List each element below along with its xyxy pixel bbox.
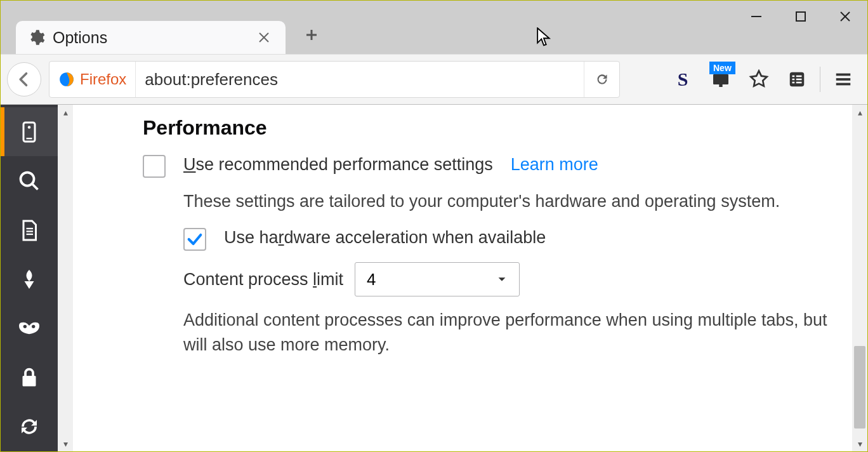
sidebar-applications[interactable] (1, 255, 58, 303)
extension-s-icon[interactable]: S (667, 64, 698, 95)
tab-title: Options (53, 29, 254, 47)
svg-rect-15 (796, 79, 802, 81)
chevron-down-icon (496, 274, 508, 285)
recommended-description: These settings are tailored to your comp… (183, 189, 842, 214)
hardware-accel-checkbox[interactable] (183, 228, 206, 251)
use-recommended-label: Use recommended performance settings (183, 155, 493, 175)
extension-presenter-icon[interactable]: New (706, 64, 736, 95)
process-limit-select[interactable]: 4 (355, 262, 520, 296)
preferences-sidebar (1, 105, 58, 451)
sidebar-scrollbar[interactable]: ▴ ▾ (58, 105, 73, 451)
process-limit-description: Additional content processes can improve… (183, 308, 842, 357)
hardware-accel-label: Use hardware acceleration when available (224, 228, 546, 248)
svg-rect-17 (796, 82, 802, 84)
window-maximize-button[interactable] (779, 1, 823, 32)
svg-point-22 (28, 126, 31, 129)
scroll-down-icon: ▾ (858, 436, 862, 451)
process-limit-label: Content process limit (183, 270, 343, 289)
svg-point-29 (23, 325, 27, 328)
svg-rect-12 (792, 76, 795, 77)
new-badge: New (709, 62, 735, 74)
main-scrollbar[interactable]: ▴ ▾ (852, 105, 867, 451)
learn-more-link[interactable]: Learn more (511, 155, 598, 175)
preferences-main-pane: Performance Use recommended performance … (73, 105, 867, 451)
svg-rect-10 (719, 84, 722, 87)
svg-rect-16 (792, 82, 795, 84)
window-close-button[interactable] (823, 1, 867, 32)
mouse-cursor-icon (536, 27, 552, 48)
new-tab-button[interactable] (299, 22, 324, 48)
tab-close-button[interactable] (254, 31, 274, 44)
svg-point-30 (32, 325, 35, 328)
hamburger-menu-button[interactable] (828, 64, 858, 95)
sidebar-privacy[interactable] (1, 304, 58, 353)
reading-list-icon[interactable] (782, 64, 812, 95)
browser-tab[interactable]: Options (16, 21, 286, 54)
firefox-icon (58, 71, 75, 88)
bookmarks-star-icon[interactable] (744, 64, 774, 95)
sidebar-content[interactable] (1, 206, 58, 255)
performance-heading: Performance (143, 116, 842, 140)
sidebar-sync[interactable] (1, 402, 58, 451)
use-recommended-checkbox[interactable] (143, 155, 166, 178)
sidebar-search[interactable] (1, 156, 58, 205)
url-text: about:preferences (136, 70, 584, 90)
svg-rect-31 (23, 376, 36, 387)
process-limit-value: 4 (367, 270, 376, 289)
back-button[interactable] (7, 62, 41, 96)
scrollbar-thumb[interactable] (854, 346, 865, 429)
sidebar-security[interactable] (1, 353, 58, 402)
window-minimize-button[interactable] (734, 1, 779, 32)
sidebar-general[interactable] (1, 107, 58, 156)
identity-box[interactable]: Firefox (49, 62, 136, 97)
svg-rect-9 (713, 74, 728, 84)
navigation-bar: Firefox about:preferences S New (1, 54, 867, 105)
scroll-up-icon: ▴ (858, 105, 862, 120)
svg-rect-14 (792, 79, 795, 81)
gear-icon (27, 29, 45, 46)
identity-label: Firefox (80, 70, 126, 88)
svg-rect-23 (27, 138, 32, 139)
svg-rect-1 (796, 12, 805, 21)
scroll-up-icon: ▴ (63, 105, 68, 120)
svg-rect-13 (796, 76, 802, 77)
svg-point-24 (21, 173, 34, 186)
url-bar[interactable]: Firefox about:preferences (49, 61, 620, 98)
svg-line-25 (32, 184, 38, 190)
reload-button[interactable] (584, 62, 619, 97)
scroll-down-icon: ▾ (63, 436, 68, 451)
